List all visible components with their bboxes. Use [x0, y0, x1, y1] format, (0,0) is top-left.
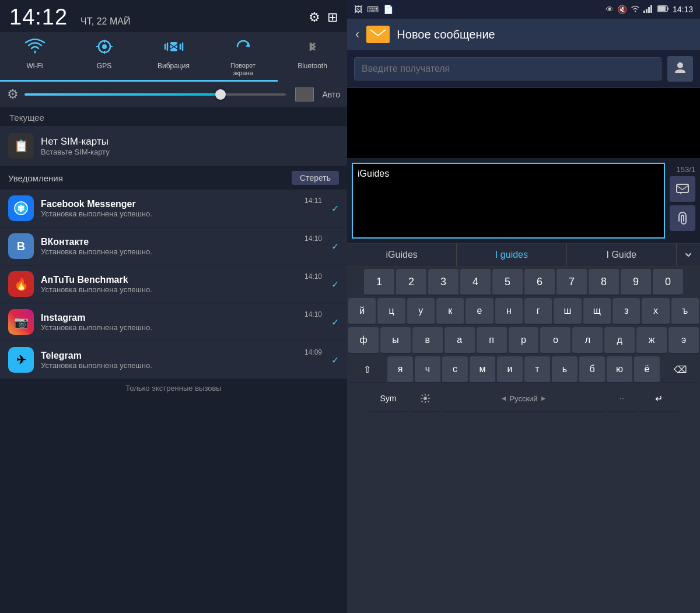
settings-icon[interactable]: ⚙ — [309, 10, 320, 25]
key-б[interactable]: б — [579, 356, 605, 383]
signal-icon — [643, 5, 654, 15]
notification-instagram[interactable]: 📷 Instagram Установка выполнена успешно.… — [0, 303, 347, 341]
key-4[interactable]: 4 — [460, 269, 491, 296]
telegram-subtitle: Установка выполнена успешно. — [41, 361, 298, 370]
key-8[interactable]: 8 — [589, 269, 619, 296]
autocomplete-more-button[interactable] — [677, 250, 700, 260]
key-щ[interactable]: щ — [583, 298, 611, 325]
key-о[interactable]: о — [540, 327, 570, 354]
vibration-active-bar — [139, 80, 208, 82]
sim-subtitle: Вставьте SIM-карту — [41, 148, 339, 156]
contact-button[interactable] — [667, 56, 693, 82]
clear-button[interactable]: Стереть — [292, 171, 339, 185]
recipient-input[interactable] — [354, 57, 662, 80]
key-г[interactable]: г — [524, 298, 552, 325]
emergency-text: Только экстренные вызовы — [125, 384, 221, 393]
key-ё[interactable]: ё — [634, 356, 660, 383]
toggle-gps[interactable]: GPS — [69, 38, 139, 82]
sms-textarea[interactable]: iGuides — [352, 163, 665, 239]
key-0[interactable]: 0 — [653, 269, 683, 296]
key-и[interactable]: и — [497, 356, 523, 383]
key-9[interactable]: 9 — [621, 269, 651, 296]
key-7[interactable]: 7 — [556, 269, 587, 296]
svg-point-1 — [102, 44, 107, 49]
key-ы[interactable]: ы — [380, 327, 411, 354]
key-м[interactable]: м — [470, 356, 495, 383]
sim-notification[interactable]: 📋 Нет SIM-карты Вставьте SIM-карту — [0, 126, 347, 166]
autocomplete-word-1[interactable]: I guides — [457, 244, 566, 266]
notification-facebook[interactable]: ✉ Facebook Messenger Установка выполнена… — [0, 190, 347, 227]
key-ь[interactable]: ь — [552, 356, 578, 383]
key-т[interactable]: т — [524, 356, 550, 383]
key-л[interactable]: л — [572, 327, 603, 354]
key-ц[interactable]: ц — [377, 298, 405, 325]
dots-key[interactable]: ··· — [607, 386, 638, 412]
sim-title: Нет SIM-карты — [41, 136, 339, 148]
key-к[interactable]: к — [436, 298, 464, 325]
key-н[interactable]: н — [495, 298, 523, 325]
key-1[interactable]: 1 — [364, 269, 394, 296]
svg-rect-25 — [667, 8, 668, 10]
sim-text: Нет SIM-карты Вставьте SIM-карту — [41, 136, 339, 156]
facebook-text: Facebook Messenger Установка выполнена у… — [41, 199, 298, 218]
autocomplete-word-2[interactable]: I Guide — [567, 244, 677, 266]
key-ш[interactable]: ш — [554, 298, 581, 325]
key-в[interactable]: в — [412, 327, 443, 354]
key-й[interactable]: й — [348, 298, 376, 325]
key-2[interactable]: 2 — [396, 269, 426, 296]
vk-text: ВКонтакте Установка выполнена успешно. — [41, 237, 298, 256]
telegram-icon: ✈ — [8, 347, 34, 373]
toggle-vibration[interactable]: Вибрация — [139, 38, 208, 82]
key-5[interactable]: 5 — [492, 269, 523, 296]
antutu-check: ✓ — [331, 279, 339, 290]
sym-key[interactable]: Sym — [369, 386, 408, 412]
key-ж[interactable]: ж — [636, 327, 667, 354]
key-ю[interactable]: ю — [607, 356, 632, 383]
key-6[interactable]: 6 — [524, 269, 555, 296]
shift-key[interactable]: ⇧ — [348, 356, 386, 383]
telegram-check: ✓ — [331, 355, 339, 366]
brightness-slider[interactable] — [24, 93, 286, 96]
svg-rect-20 — [646, 9, 648, 13]
backspace-key[interactable]: ⌫ — [662, 356, 699, 383]
keyboard-icon: ⌨ — [367, 5, 379, 14]
photo-icon: 🖼 — [354, 5, 362, 14]
key-з[interactable]: з — [612, 298, 640, 325]
key-а[interactable]: а — [444, 327, 475, 354]
svg-rect-19 — [643, 10, 645, 13]
enter-key[interactable]: ↵ — [639, 386, 679, 412]
toggle-wifi[interactable]: Wi-Fi — [0, 38, 69, 82]
antutu-text: AnTuTu Benchmark Установка выполнена усп… — [41, 275, 298, 294]
auto-checkbox[interactable] — [295, 87, 314, 101]
key-х[interactable]: х — [642, 298, 669, 325]
key-у[interactable]: у — [407, 298, 435, 325]
attachment-button[interactable] — [670, 205, 695, 231]
key-э[interactable]: э — [668, 327, 699, 354]
key-ч[interactable]: ч — [415, 356, 440, 383]
sms-send-button[interactable] — [670, 176, 695, 202]
telegram-text: Telegram Установка выполнена успешно. — [41, 351, 298, 370]
key-с[interactable]: с — [442, 356, 468, 383]
settings-keyboard-key[interactable] — [410, 386, 440, 412]
key-д[interactable]: д — [604, 327, 635, 354]
keyboard-row-numbers: 1 2 3 4 5 6 7 8 9 0 — [348, 269, 699, 296]
vk-time: 14:10 — [304, 234, 322, 243]
notification-antutu[interactable]: 🔥 AnTuTu Benchmark Установка выполнена у… — [0, 265, 347, 303]
space-key[interactable]: ◄ Русский ► — [442, 386, 606, 412]
key-я[interactable]: я — [387, 356, 413, 383]
toggle-bluetooth[interactable]: Bluetooth — [278, 38, 347, 82]
key-ъ[interactable]: ъ — [671, 298, 699, 325]
key-ф[interactable]: ф — [348, 327, 379, 354]
notification-vk[interactable]: В ВКонтакте Установка выполнена успешно.… — [0, 227, 347, 265]
lang-label: ◄ Русский ► — [500, 394, 547, 403]
autocomplete-word-0[interactable]: iGuides — [347, 244, 457, 266]
toggle-rotate[interactable]: Поворотэкрана — [208, 38, 278, 82]
back-button[interactable]: ‹ — [355, 27, 359, 42]
autocomplete-bar: iGuides I guides I Guide — [347, 243, 700, 267]
grid-icon[interactable]: ⊞ — [327, 10, 338, 25]
key-п[interactable]: п — [477, 327, 507, 354]
notification-telegram[interactable]: ✈ Telegram Установка выполнена успешно. … — [0, 341, 347, 379]
key-р[interactable]: р — [509, 327, 539, 354]
key-3[interactable]: 3 — [428, 269, 459, 296]
key-е[interactable]: е — [466, 298, 493, 325]
